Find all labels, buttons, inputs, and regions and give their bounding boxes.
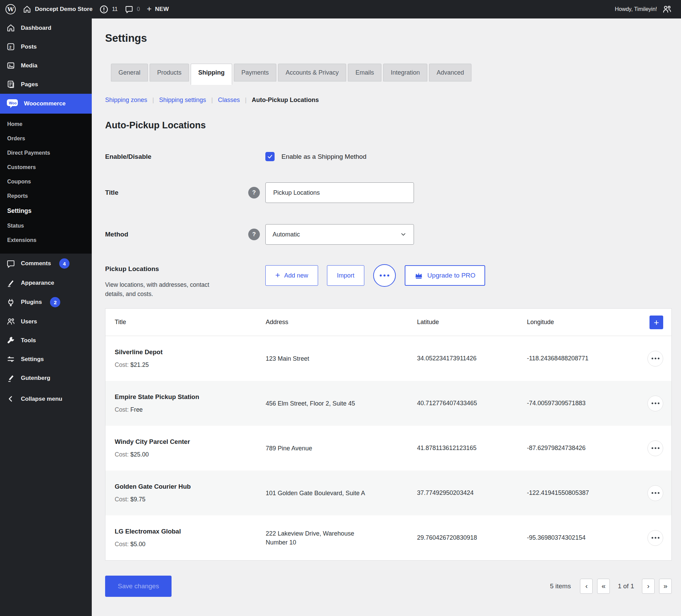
location-longitude: -74.00597309571883: [527, 400, 630, 407]
sidebar-item-media[interactable]: Media: [0, 56, 92, 75]
pagination: 5 items ‹ « 1 of 1 › »: [550, 579, 672, 594]
method-help-icon[interactable]: ?: [248, 229, 260, 240]
sidebar-item-posts[interactable]: 2 Posts: [0, 37, 92, 56]
sidebar-item-label: Woocommerce: [24, 100, 66, 107]
tab-integration[interactable]: Integration: [383, 64, 427, 81]
sidebar-item-tools[interactable]: Tools: [0, 331, 92, 350]
method-select[interactable]: Automatic: [265, 224, 414, 245]
sidebar-item-dashboard[interactable]: Dashboard: [0, 18, 92, 37]
submenu-item-customers[interactable]: Customers: [0, 160, 92, 175]
table-footer: Save changes 5 items ‹ « 1 of 1 › »: [105, 576, 672, 597]
table-row: Golden Gate Courier Hub Cost:$9.75 101 G…: [105, 471, 671, 515]
crown-icon: [414, 271, 423, 280]
cost-label: Cost:: [115, 406, 129, 413]
next-page-button[interactable]: ›: [642, 579, 655, 594]
submenu-item-extensions[interactable]: Extensions: [0, 233, 92, 247]
row-menu-button[interactable]: [647, 485, 663, 501]
check-icon: [267, 154, 273, 159]
pickup-locations-label: Pickup Locations: [105, 265, 159, 272]
cost-value: $21.25: [130, 361, 149, 368]
tab-general[interactable]: General: [111, 64, 148, 81]
row-menu-button[interactable]: [647, 351, 663, 367]
row-menu-button[interactable]: [647, 440, 663, 456]
sidebar-item-appearance[interactable]: Appearance: [0, 273, 92, 292]
sidebar-item-label: Pages: [21, 81, 38, 88]
upgrade-label: Upgrade to PRO: [427, 272, 475, 279]
users-avatar-icon[interactable]: [662, 4, 672, 14]
page-title: Settings: [105, 32, 672, 44]
admin-sidebar: Dashboard 2 Posts Media Pages Woo Woocom…: [0, 18, 92, 616]
gutenberg-pencil-icon: [6, 373, 15, 383]
tab-shipping[interactable]: Shipping: [191, 64, 232, 85]
column-header-title: Title: [115, 319, 266, 326]
title-input[interactable]: [265, 182, 414, 203]
howdy-greeting[interactable]: Howdy, Timileyin!: [615, 6, 657, 12]
sidebar-item-woocommerce[interactable]: Woo Woocommerce: [0, 94, 92, 114]
sidebar-item-label: Posts: [21, 43, 37, 50]
updates-indicator[interactable]: 11: [99, 5, 118, 14]
wordpress-logo-icon[interactable]: W: [5, 4, 16, 14]
settings-sliders-icon: [6, 355, 15, 364]
first-page-button[interactable]: «: [597, 579, 610, 594]
ellipsis-icon: [652, 492, 653, 494]
sidebar-item-users[interactable]: Users: [0, 312, 92, 331]
tab-advanced[interactable]: Advanced: [429, 64, 471, 81]
sidebar-item-settings[interactable]: Settings: [0, 350, 92, 369]
sidebar-item-pages[interactable]: Pages: [0, 75, 92, 94]
submenu-item-reports[interactable]: Reports: [0, 189, 92, 203]
submenu-item-direct-payments[interactable]: Direct Payments: [0, 146, 92, 160]
enable-checkbox-label[interactable]: Enable as a Shipping Method: [281, 153, 366, 161]
tab-accounts-privacy[interactable]: Accounts & Privacy: [278, 64, 346, 81]
cost-value: Free: [130, 406, 143, 413]
chevron-left-icon: [6, 394, 15, 403]
plugins-badge: 2: [50, 297, 60, 307]
tab-products[interactable]: Products: [150, 64, 189, 81]
save-changes-button[interactable]: Save changes: [105, 576, 172, 597]
row-menu-button[interactable]: [647, 530, 663, 546]
upgrade-to-pro-button[interactable]: Upgrade to PRO: [405, 265, 485, 286]
more-actions-button[interactable]: [373, 264, 396, 287]
woocommerce-icon: Woo: [6, 99, 18, 109]
collapse-menu-button[interactable]: Collapse menu: [0, 389, 92, 408]
submenu-item-settings[interactable]: Settings: [0, 203, 92, 219]
import-button[interactable]: Import: [327, 265, 364, 286]
plus-icon: +: [147, 5, 152, 13]
location-latitude: 34.052234173911426: [417, 355, 527, 362]
comments-indicator[interactable]: 0: [125, 5, 140, 14]
sidebar-item-plugins[interactable]: Plugins 2: [0, 292, 92, 312]
import-label: Import: [337, 272, 354, 279]
location-longitude: -118.24368488208771: [527, 355, 630, 362]
cost-label: Cost:: [115, 541, 129, 548]
submenu-item-status[interactable]: Status: [0, 219, 92, 233]
subnav-shipping-zones[interactable]: Shipping zones: [105, 97, 147, 104]
enable-checkbox[interactable]: [265, 152, 275, 161]
subnav-shipping-settings[interactable]: Shipping settings: [159, 97, 206, 104]
submenu-item-orders[interactable]: Orders: [0, 131, 92, 146]
admin-bar: W Doncept Demo Store 11 0 + NEW Howdy, T…: [0, 0, 681, 18]
row-menu-button[interactable]: [647, 396, 663, 411]
page-indicator: 1 of 1: [618, 582, 634, 590]
location-address: 222 Lakeview Drive, Warehouse Number 10: [266, 529, 375, 547]
table-row: Windy City Parcel Center Cost:$25.00 789…: [105, 426, 671, 471]
appearance-icon: [6, 278, 15, 287]
sidebar-item-comments[interactable]: Comments 4: [0, 254, 92, 273]
new-content-menu[interactable]: + NEW: [147, 5, 169, 13]
cost-value: $25.00: [130, 451, 149, 458]
new-label: NEW: [155, 6, 169, 13]
title-help-icon[interactable]: ?: [248, 187, 260, 198]
last-page-button[interactable]: »: [659, 579, 672, 594]
tab-emails[interactable]: Emails: [348, 64, 381, 81]
sidebar-item-gutenberg[interactable]: Gutenberg: [0, 369, 92, 387]
site-menu[interactable]: Doncept Demo Store: [23, 5, 92, 14]
subnav-classes[interactable]: Classes: [218, 97, 240, 104]
submenu-item-home[interactable]: Home: [0, 117, 92, 131]
comments-count: 0: [137, 6, 140, 12]
tab-payments[interactable]: Payments: [234, 64, 276, 81]
add-new-button[interactable]: + Add new: [265, 265, 318, 286]
main-content: Settings General Products Shipping Payme…: [92, 18, 681, 616]
previous-page-button[interactable]: ‹: [580, 579, 593, 594]
submenu-item-coupons[interactable]: Coupons: [0, 175, 92, 189]
location-address: 123 Main Street: [266, 354, 375, 363]
add-location-button[interactable]: +: [650, 316, 663, 329]
pickup-locations-header: Pickup Locations View locations, with ad…: [105, 265, 672, 299]
